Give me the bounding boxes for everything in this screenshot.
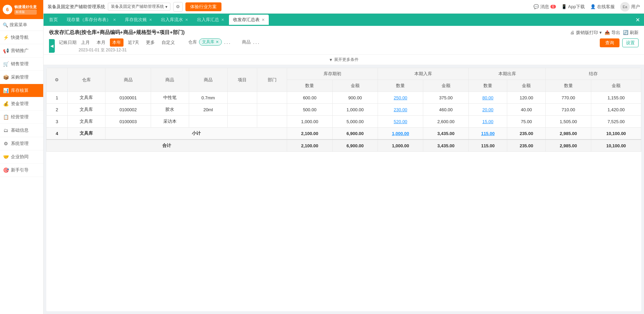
cell-out-amt: 40.00 — [507, 104, 546, 116]
user-label: 用户 — [631, 4, 640, 10]
sidebar-item-sales[interactable]: 🛒 销售管理 — [0, 57, 43, 71]
cell-name: 中性笔 — [151, 92, 189, 104]
sidebar-item-label: 销售管理 — [11, 61, 29, 67]
cell-project — [227, 92, 257, 104]
footer-bal-qty: 2,985.00 — [546, 139, 591, 152]
chevron-down-icon: ▾ — [599, 30, 602, 35]
print-label: 拨销版打印 — [576, 30, 598, 36]
sidebar-item-quick-nav[interactable]: ⚡ 快捷导航 — [0, 31, 43, 44]
tab-batch-close[interactable]: ✕ — [149, 18, 152, 22]
tab-inout-summary[interactable]: 出入库汇总 ✕ — [193, 15, 228, 25]
settings-button[interactable]: ⚙ — [173, 2, 183, 12]
cell-in-qty[interactable]: 250.00 — [378, 92, 423, 104]
table-row: 1 文具库 0100001 中性笔 0.7mm 600.00 900.00 25… — [47, 92, 641, 104]
tab-inout-flow[interactable]: 出入库流水 ✕ — [157, 15, 192, 25]
cell-subtotal-out-amt: 235.00 — [507, 128, 546, 140]
cell-bal-qty: 1,505.00 — [546, 116, 591, 128]
sidebar-item-business[interactable]: 📋 经营管理 — [0, 111, 43, 124]
sidebar-item-finance[interactable]: 💰 资金管理 — [0, 97, 43, 111]
date-btn-custom[interactable]: 自定义 — [159, 38, 177, 47]
th-name: 商品 — [151, 68, 189, 92]
tab-batch[interactable]: 库存批次账 ✕ — [121, 15, 156, 25]
refresh-icon: 🔄 — [623, 30, 628, 35]
cell-subtotal-bal-amt: 10,100.00 — [591, 128, 641, 140]
cell-code: 0100002 — [105, 104, 151, 116]
date-btn-more[interactable]: 更多 — [144, 38, 157, 47]
export-button[interactable]: 📤 导出 — [605, 30, 620, 36]
goods-more-btn[interactable]: ... — [253, 38, 260, 46]
tab-inventory-dist[interactable]: 现存量（库存分布表） ✕ — [63, 15, 120, 25]
warehouse-tag-remove[interactable]: ✕ — [216, 40, 219, 44]
cell-in-amt: 2,600.00 — [423, 116, 468, 128]
footer-in-amt: 3,435.00 — [423, 139, 468, 152]
cell-in-qty[interactable]: 230.00 — [378, 104, 423, 116]
footer-total-label: 合计 — [47, 139, 287, 152]
enterprise-icon: 🤝 — [3, 154, 9, 160]
quick-nav-icon: ⚡ — [3, 34, 9, 40]
cell-warehouse: 文具库 — [67, 104, 105, 116]
app-download-action[interactable]: 📱 App下载 — [561, 4, 585, 10]
th-in-amt: 金额 — [423, 80, 468, 92]
expand-btn[interactable]: ▼ 展开更多条件 — [329, 57, 359, 63]
tab-receive-summary-close[interactable]: ✕ — [262, 18, 265, 22]
sidebar-item-system[interactable]: ⚙ 系统管理 — [0, 137, 43, 150]
tab-home[interactable]: 首页 — [45, 15, 62, 25]
sidebar-item-enterprise[interactable]: 🤝 企业协同 — [0, 150, 43, 164]
sidebar-search[interactable]: 🔍 搜索菜单 — [0, 19, 43, 31]
sidebar-item-marketing[interactable]: 📢 营销推广 — [0, 44, 43, 57]
date-btn-this-year[interactable]: 本年 — [110, 38, 123, 47]
tab-receive-summary[interactable]: 收发存汇总表 ✕ — [229, 15, 269, 25]
th-balance-group: 结存 — [546, 68, 641, 80]
tab-inventory-dist-close[interactable]: ✕ — [113, 18, 116, 22]
online-service-action[interactable]: 👤 在线客服 — [590, 4, 615, 10]
cell-in-qty[interactable]: 520.00 — [378, 116, 423, 128]
cell-bal-qty: 710.00 — [546, 104, 591, 116]
tab-inout-flow-label: 出入库流水 — [161, 17, 183, 23]
chevron-left-icon: ◀ — [50, 44, 53, 48]
th-out-qty: 数量 — [468, 80, 507, 92]
cell-subtotal-in-amt: 3,435.00 — [423, 128, 468, 140]
settings-link[interactable]: 设置 — [622, 38, 639, 47]
cell-open-amt: 5,000.00 — [332, 116, 378, 128]
th-opening-group: 库存期初 — [287, 68, 378, 80]
tab-bar: 首页 现存量（库存分布表） ✕ 库存批次账 ✕ 出入库流水 ✕ 出入库汇总 ✕ … — [44, 14, 644, 26]
cell-subtotal-in-qty[interactable]: 1,000.00 — [378, 128, 423, 140]
sidebar-item-purchase[interactable]: 📦 采购管理 — [0, 71, 43, 84]
header-combined: 收发存汇总表(按仓库+商品编码+商品+规格型号+项目+部门) 🖨 拨销版打印 ▾… — [44, 26, 644, 65]
filter-toggle-btn[interactable]: ◀ — [49, 39, 55, 53]
cell-subtotal-open-qty: 2,100.00 — [287, 128, 332, 140]
warehouse-more-btn[interactable]: ... — [224, 38, 231, 46]
export-label: 导出 — [611, 30, 620, 36]
system-select[interactable]: 装备及固定资产辅助管理系统 ▾ — [108, 3, 170, 11]
date-btn-7days[interactable]: 近7天 — [126, 38, 142, 47]
date-btn-last-month[interactable]: 上月 — [79, 38, 92, 47]
cell-open-qty: 500.00 — [287, 104, 332, 116]
experience-button[interactable]: 体验行业方案 — [185, 2, 221, 11]
cell-out-qty[interactable]: 80.00 — [468, 92, 507, 104]
subtotal-row: 4 文具库 小计 2,100.00 6,900.00 1,000.00 3,43… — [47, 128, 641, 140]
query-button[interactable]: 查询 — [600, 38, 620, 47]
print-button[interactable]: 🖨 拨销版打印 ▾ — [570, 30, 602, 36]
date-btn-this-month[interactable]: 本月 — [94, 38, 108, 47]
th-out-group: 本期出库 — [468, 68, 546, 80]
cell-out-qty[interactable]: 15.00 — [468, 116, 507, 128]
messages-action[interactable]: 💬 消息 6 — [533, 4, 556, 10]
table-container: ⚙ 仓库 商品 商品 商品 项目 部门 库存期初 本期入库 本期出库 结存 — [46, 68, 641, 311]
sidebar-item-basic[interactable]: 🗂 基础信息 — [0, 124, 43, 137]
cell-subtotal-out-qty[interactable]: 115.00 — [468, 128, 507, 140]
sidebar-item-inventory[interactable]: 📊 库存核算 — [0, 84, 43, 97]
sidebar-item-guide[interactable]: 🎯 新手引导 — [0, 164, 43, 177]
cell-spec: 20ml — [189, 104, 227, 116]
footer-in-qty: 1,000.00 — [378, 139, 423, 152]
refresh-button[interactable]: 🔄 刷新 — [623, 30, 639, 36]
tab-bar-close[interactable]: ✕ — [633, 17, 643, 23]
tab-inout-flow-close[interactable]: ✕ — [185, 18, 188, 22]
user-action[interactable]: Ea 用户 — [620, 2, 640, 12]
cell-out-qty[interactable]: 20.00 — [468, 104, 507, 116]
expand-icon: ▼ — [329, 57, 333, 62]
cell-subtotal-seq: 4 — [47, 128, 68, 140]
footer-open-amt: 6,900.00 — [332, 139, 378, 152]
th-settings[interactable]: ⚙ — [47, 68, 68, 92]
tab-inout-summary-close[interactable]: ✕ — [221, 18, 224, 22]
cell-dept — [257, 116, 287, 128]
